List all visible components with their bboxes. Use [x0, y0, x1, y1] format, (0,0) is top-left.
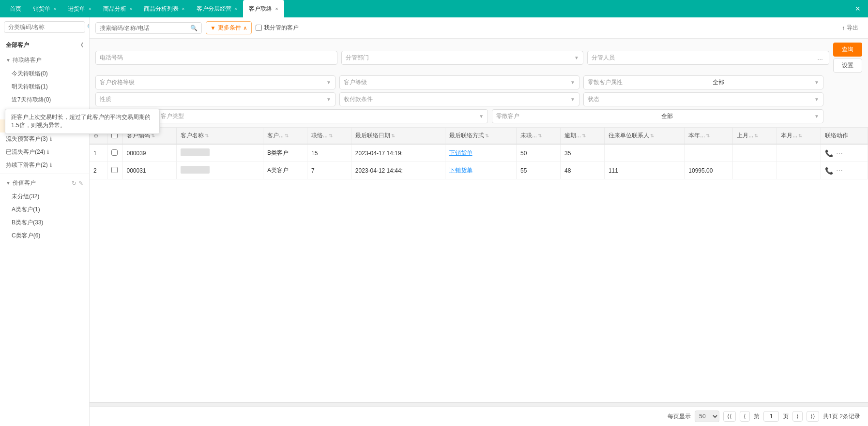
first-page-button[interactable]: ⟨⟨ — [723, 411, 736, 422]
td-last-contact-method: 下销货单 — [445, 162, 517, 179]
next-page-button[interactable]: ⟩ — [792, 411, 803, 422]
td-name — [177, 144, 263, 162]
sort-icon[interactable]: ⇅ — [706, 133, 710, 138]
row-checkbox[interactable] — [111, 167, 118, 173]
more-filter-button[interactable]: ▼ 更多条件 ∧ — [206, 21, 252, 34]
sidebar-item-class-a[interactable]: A类客户(1) — [0, 203, 89, 216]
sort-icon[interactable]: ⇅ — [329, 133, 333, 138]
dropdown-icon: ▼ — [479, 114, 484, 119]
filter-retail-attr[interactable]: 零散客户属性 全部 ▼ — [583, 75, 823, 89]
filter-price-grade[interactable]: 客户价格等级 ▼ — [95, 75, 335, 89]
my-customer-checkbox-input[interactable] — [256, 25, 262, 31]
export-btn[interactable]: ↑ 导出 — [838, 22, 862, 34]
search-icon[interactable]: 🔍 — [190, 25, 198, 31]
filter-row-3: 性质 ▼ 收付款条件 ▼ 状态 ▼ — [95, 92, 862, 106]
info-icon: ℹ — [50, 136, 52, 142]
my-customer-checkbox[interactable]: 我分管的客户 — [256, 24, 299, 32]
td-contact: 15 — [307, 144, 351, 162]
sidebar-item-ungrouped[interactable]: 未分组(32) — [0, 190, 89, 203]
sidebar-item-7days[interactable]: 近7天待联络(0) — [0, 93, 89, 106]
nav-purchase[interactable]: 进货单 × — [62, 0, 97, 17]
refresh-icon[interactable]: ↻ — [72, 180, 76, 187]
filter-person[interactable]: 分管人员 ... — [587, 51, 829, 65]
sidebar-item-churn-warning[interactable]: 流失预警客户(3) ℹ — [0, 132, 89, 146]
close-icon[interactable]: × — [53, 6, 56, 12]
nav-customer-contact[interactable]: 客户联络 × — [243, 0, 284, 17]
last-page-button[interactable]: ⟩⟩ — [807, 411, 819, 422]
filter-nature[interactable]: 性质 ▼ — [95, 92, 335, 106]
content-area: 🔍 ▼ 更多条件 ∧ 我分管的客户 ↑ 导出 电话号码 — [90, 17, 868, 426]
sidebar-item-today[interactable]: 今天待联络(0) — [0, 67, 89, 80]
close-icon[interactable]: × — [234, 6, 237, 12]
sort-icon[interactable]: ⇅ — [754, 133, 758, 138]
td-overdue: 35 — [560, 144, 604, 162]
sort-icon[interactable]: ⇅ — [538, 133, 542, 138]
sort-icon[interactable]: ⇅ — [485, 133, 489, 138]
sort-icon[interactable]: ⇅ — [205, 133, 209, 138]
th-last-contact-date: 最后联络日期 ⇅ — [351, 128, 445, 144]
sort-icon[interactable]: ⇅ — [582, 133, 586, 138]
nav-sales[interactable]: 销货单 × — [27, 0, 62, 17]
th-contact: 联络... ⇅ — [307, 128, 351, 144]
top-navigation: 首页 销货单 × 进货单 × 商品分析 × 商品分析列表 × 客户分层经营 × … — [0, 0, 868, 17]
action-icons: 📞 ⋯ — [825, 149, 864, 157]
nav-customer-tier[interactable]: 客户分层经营 × — [191, 0, 243, 17]
export-icon: ↑ — [842, 25, 845, 31]
arrow-icon: ▼ — [6, 58, 11, 63]
sidebar-item-class-b[interactable]: B类客户(33) — [0, 216, 89, 229]
search-box[interactable]: 🔍 — [95, 22, 202, 34]
sort-icon[interactable]: ⇅ — [391, 133, 395, 138]
close-icon[interactable]: × — [129, 6, 132, 12]
pending-contact-group[interactable]: ▼ 待联络客户 — [0, 53, 89, 67]
dropdown-icon: ▼ — [570, 97, 575, 102]
sort-icon[interactable]: ⇅ — [285, 133, 289, 138]
sidebar-item-declining[interactable]: 持续下滑客户(2) ℹ — [0, 159, 89, 172]
contact-icon[interactable]: 📞 — [825, 149, 833, 157]
filter-customer-grade[interactable]: 客户等级 ▼ — [339, 75, 579, 89]
prev-page-button[interactable]: ⟨ — [740, 411, 750, 422]
value-customer-group[interactable]: ▼ 价值客户 ↻ ✎ — [0, 176, 89, 190]
more-action-icon[interactable]: ⋯ — [836, 149, 843, 157]
td-type: A类客户 — [263, 162, 307, 179]
sidebar-item-churned[interactable]: 已流失客户(24) ℹ — [0, 146, 89, 159]
td-overdue: 48 — [560, 162, 604, 179]
sort-icon[interactable]: ⇅ — [650, 133, 654, 138]
collapse-icon: 《 — [78, 42, 83, 49]
filter-row-4: ... 客户类型 ▼ 零散客户 全部 ▼ — [95, 109, 862, 123]
close-icon[interactable]: × — [88, 6, 91, 12]
filter-customer-type[interactable]: 客户类型 ▼ — [156, 109, 488, 123]
filter-phone[interactable]: 电话号码 — [95, 51, 337, 65]
main-layout: 🔍 全部客户 《 ▼ 待联络客户 今天待联络(0) 明天待联络(1) 近7天待联… — [0, 17, 868, 426]
td-action: 📞 ⋯ — [821, 162, 868, 179]
sidebar-item-tomorrow[interactable]: 明天待联络(1) — [0, 80, 89, 93]
query-button[interactable]: 查询 — [833, 43, 862, 57]
settings-button[interactable]: 设置 — [833, 59, 862, 73]
dropdown-icon: ▼ — [814, 97, 819, 102]
edit-icon[interactable]: ✎ — [78, 180, 83, 187]
nav-product-analysis[interactable]: 商品分析 × — [97, 0, 138, 17]
search-input[interactable] — [100, 25, 190, 31]
filter-payment[interactable]: 收付款条件 ▼ — [339, 92, 579, 106]
th-last-month: 上月... ⇅ — [733, 128, 777, 144]
filter-status[interactable]: 状态 ▼ — [583, 92, 823, 106]
all-customers-header[interactable]: 全部客户 《 — [0, 37, 89, 53]
nav-home[interactable]: 首页 — [4, 0, 27, 17]
info-icon: ℹ — [50, 162, 52, 168]
contact-icon[interactable]: 📞 — [825, 167, 833, 175]
nav-product-analysis-list[interactable]: 商品分析列表 × — [138, 0, 190, 17]
page-number-input[interactable] — [763, 411, 779, 422]
close-icon[interactable]: × — [182, 6, 184, 12]
filter-dept[interactable]: 分管部门 ▼ — [341, 51, 583, 65]
more-action-icon[interactable]: ⋯ — [836, 167, 843, 175]
horizontal-scrollbar[interactable] — [90, 402, 868, 406]
window-close-button[interactable]: × — [851, 4, 864, 14]
filter-retail-customer[interactable]: 零散客户 全部 ▼ — [492, 109, 823, 123]
sidebar-item-class-c[interactable]: C类客户(6) — [0, 229, 89, 242]
sort-icon[interactable]: ⇅ — [798, 133, 802, 138]
td-uncontacted: 55 — [517, 162, 561, 179]
sidebar-search-input[interactable] — [4, 21, 85, 33]
row-checkbox[interactable] — [111, 149, 118, 156]
arrow-icon: ▼ — [6, 180, 11, 186]
close-icon[interactable]: × — [275, 6, 278, 12]
page-size-select[interactable]: 50 20 100 — [695, 411, 719, 422]
